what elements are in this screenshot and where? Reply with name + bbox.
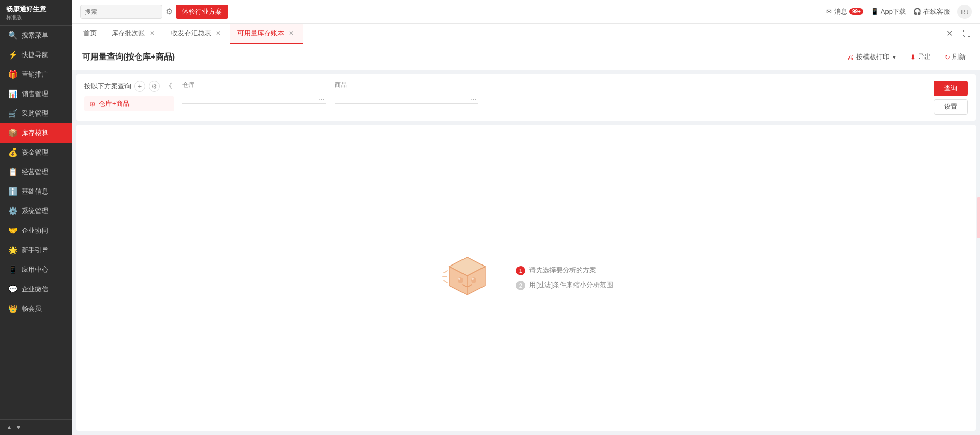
refresh-button[interactable]: ↻ 刷新 [940, 50, 970, 64]
headset-icon: 🎧 [913, 8, 921, 15]
page-title: 可用量查询(按仓库+商品) [82, 52, 175, 63]
vip-icon: 👑 [8, 304, 17, 313]
svg-point-8 [472, 278, 474, 280]
sidebar-item-operations[interactable]: 📋 经营管理 [0, 162, 72, 182]
warehouse-field: 仓库 ... [182, 81, 326, 104]
main-area: ⚙ 体验行业方案 ✉ 消息 99+ 📱 App下载 🎧 在线客服 Rit [72, 0, 980, 435]
sidebar-item-label-inventory: 库存核算 [22, 128, 48, 138]
message-icon: ✉ [826, 8, 832, 15]
sidebar-item-label-marketing: 营销推广 [22, 70, 48, 79]
sidebar-menu: 🔍 搜索菜单 ⚡ 快捷导航 🎁 营销推广 📊 销售管理 🛒 采购管理 📦 库存核… [0, 26, 72, 419]
tab-receipt-summary[interactable]: 收发存汇总表✕ [164, 24, 230, 44]
sidebar-item-basic-info[interactable]: ℹ️ 基础信息 [0, 182, 72, 201]
sidebar-item-inventory[interactable]: 📦 库存核算 [0, 123, 72, 143]
export-button[interactable]: ⬇ 导出 [906, 50, 935, 64]
scheme-warehouse-goods[interactable]: ⊕ 仓库+商品 [84, 96, 174, 111]
guide-icon: 🌟 [8, 245, 17, 255]
page-header-actions: 🖨 按模板打印 ▼ ⬇ 导出 ↻ 刷新 [843, 50, 970, 64]
user-profile[interactable]: Rit [957, 5, 972, 19]
query-panel-left: 按以下方案查询 + ⚙ 《 ⊕ 仓库+商品 [84, 81, 174, 111]
sidebar-item-label-quick-nav: 快捷导航 [22, 50, 48, 60]
sidebar-footer: ▲ ▼ [0, 419, 72, 435]
settings-scheme-button[interactable]: ⚙ [149, 81, 160, 92]
message-badge: 99+ [849, 8, 863, 15]
sidebar-item-label-system: 系统管理 [22, 206, 48, 216]
tab-close-available-ledger[interactable]: ✕ [287, 29, 295, 37]
query-actions: 查询 设置 [934, 81, 968, 115]
close-tab-button[interactable]: ✕ [942, 27, 956, 41]
sales-icon: 📊 [8, 89, 17, 99]
sidebar-item-system[interactable]: ⚙️ 系统管理 [0, 201, 72, 221]
refresh-label: 刷新 [952, 52, 966, 62]
goods-field: 商品 ... [335, 81, 478, 104]
online-service-button[interactable]: 🎧 在线客服 [913, 7, 950, 16]
sidebar-scroll-down-icon[interactable]: ▼ [15, 424, 22, 431]
tabs-actions: ✕ ⛶ [942, 27, 976, 41]
tip-text-1: 请先选择要分析的方案 [529, 266, 596, 275]
sidebar-item-enterprise[interactable]: 🤝 企业协同 [0, 221, 72, 240]
sidebar-item-enterprise-wechat[interactable]: 💬 企业微信 [0, 279, 72, 299]
online-service-label: 在线客服 [923, 7, 950, 16]
sidebar-item-finance[interactable]: 💰 资金管理 [0, 143, 72, 162]
warehouse-more-button[interactable]: ... [317, 93, 326, 101]
goods-input[interactable] [335, 93, 469, 101]
settings-icon[interactable]: ⚙ [165, 7, 173, 16]
expand-tab-button[interactable]: ⛶ [959, 27, 974, 41]
message-label: 消息 [834, 7, 847, 16]
right-scrollbar[interactable] [977, 197, 980, 238]
app-edition: 标准版 [6, 14, 66, 21]
sidebar-item-label-finance: 资金管理 [22, 148, 48, 157]
tab-label-batch-ledger: 库存批次账 [112, 29, 145, 38]
app-center-icon: 📱 [8, 265, 17, 274]
collapse-panel-button[interactable]: 《 [163, 81, 174, 92]
sidebar-item-marketing[interactable]: 🎁 营销推广 [0, 65, 72, 84]
app-name: 畅康通好生意 [6, 5, 66, 14]
tab-close-receipt-summary[interactable]: ✕ [214, 29, 223, 37]
sidebar-item-purchase[interactable]: 🛒 采购管理 [0, 104, 72, 123]
message-button[interactable]: ✉ 消息 99+ [826, 7, 863, 16]
tab-batch-ledger[interactable]: 库存批次账✕ [104, 24, 164, 44]
dropdown-arrow-icon: ▼ [892, 54, 897, 60]
sidebar-item-app-center[interactable]: 📱 应用中心 [0, 260, 72, 279]
query-button[interactable]: 查询 [934, 81, 968, 96]
sidebar-item-guide[interactable]: 🌟 新手引导 [0, 240, 72, 260]
tip-item-2: 2 用[过滤]条件来缩小分析范围 [516, 280, 613, 290]
page-content: 可用量查询(按仓库+商品) 🖨 按模板打印 ▼ ⬇ 导出 ↻ 刷新 [72, 44, 980, 435]
sidebar-item-label-operations: 经营管理 [22, 167, 48, 177]
print-template-button[interactable]: 🖨 按模板打印 ▼ [843, 50, 901, 64]
tab-home[interactable]: 首页 [76, 24, 104, 44]
header-search-input[interactable] [80, 5, 162, 19]
header-search-area: ⚙ 体验行业方案 [80, 5, 228, 19]
app-download-button[interactable]: 📱 App下载 [871, 7, 906, 16]
sidebar-item-label-enterprise: 企业协同 [22, 226, 48, 235]
empty-illustration [439, 247, 501, 309]
print-label: 按模板打印 [856, 52, 890, 62]
svg-point-7 [458, 278, 460, 280]
settings-button[interactable]: 设置 [934, 99, 968, 115]
enterprise-icon: 🤝 [8, 226, 17, 235]
tip-item-1: 1 请先选择要分析的方案 [516, 266, 613, 275]
sidebar-scroll-up-icon[interactable]: ▲ [6, 424, 12, 431]
empty-inner: 1 请先选择要分析的方案 2 用[过滤]条件来缩小分析范围 [439, 247, 613, 309]
tip-num-1: 1 [516, 266, 525, 275]
tab-close-batch-ledger[interactable]: ✕ [148, 29, 156, 37]
enterprise-wechat-icon: 💬 [8, 285, 17, 294]
add-scheme-button[interactable]: + [134, 81, 145, 92]
sidebar-item-search[interactable]: 🔍 搜索菜单 [0, 26, 72, 45]
industry-solution-button[interactable]: 体验行业方案 [176, 5, 228, 19]
sidebar-item-quick-nav[interactable]: ⚡ 快捷导航 [0, 45, 72, 65]
system-icon: ⚙️ [8, 206, 17, 216]
goods-input-wrapper: ... [335, 91, 478, 104]
sidebar-item-vip[interactable]: 👑 畅会员 [0, 299, 72, 318]
sidebar-item-label-app-center: 应用中心 [22, 265, 48, 274]
print-icon: 🖨 [847, 53, 854, 61]
warehouse-input[interactable] [182, 93, 317, 101]
goods-more-button[interactable]: ... [469, 93, 478, 101]
tab-label-receipt-summary: 收发存汇总表 [171, 29, 211, 38]
sidebar-item-sales[interactable]: 📊 销售管理 [0, 84, 72, 104]
page-header: 可用量查询(按仓库+商品) 🖨 按模板打印 ▼ ⬇ 导出 ↻ 刷新 [72, 44, 980, 70]
scheme-icon: ⊕ [89, 100, 96, 108]
tab-label-home: 首页 [83, 29, 97, 38]
empty-state: 1 请先选择要分析的方案 2 用[过滤]条件来缩小分析范围 [76, 125, 976, 431]
tab-available-ledger[interactable]: 可用量库存账本✕ [230, 24, 303, 44]
